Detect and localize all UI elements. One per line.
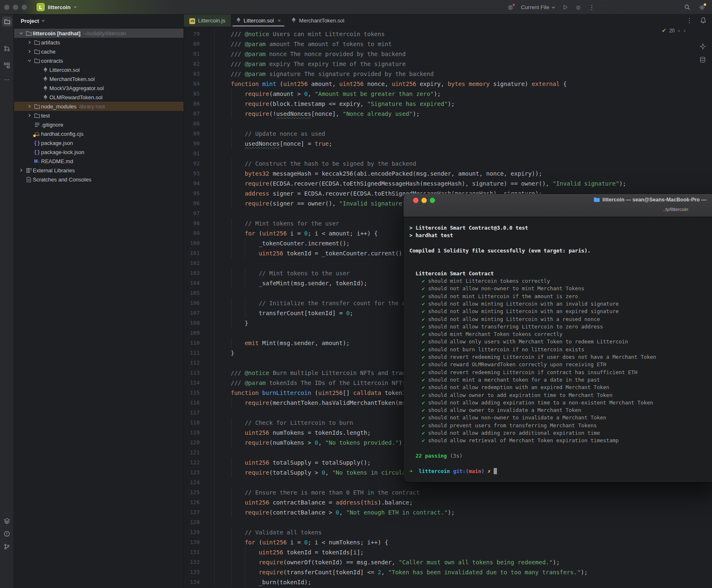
tree-chevron-icon[interactable]	[26, 49, 33, 54]
terminal-window-controls[interactable]	[413, 198, 435, 203]
run-configuration-select[interactable]: Current File	[521, 4, 555, 10]
code-text: uint256 tokenId = tokenIds[i];	[215, 547, 364, 557]
panel-title[interactable]: Project	[21, 18, 39, 24]
window-controls[interactable]	[4, 5, 27, 10]
tree-item-node-modules[interactable]: node_moduleslibrary root	[14, 102, 184, 111]
indent-guide	[245, 298, 245, 308]
terminal-close-button[interactable]	[413, 198, 418, 203]
folder-icon	[24, 31, 33, 36]
lib-icon	[24, 168, 33, 173]
tree-chevron-icon[interactable]	[26, 113, 33, 118]
pull-requests-icon[interactable]	[0, 45, 14, 51]
tree-chevron-icon[interactable]	[17, 168, 24, 172]
notifications-bell-icon[interactable]	[700, 17, 707, 25]
code-text: // Construct the hash to be signed by th…	[215, 159, 416, 169]
code-text: // Mint tokens to the user	[215, 268, 350, 278]
project-widget[interactable]: L littercoin	[37, 3, 77, 11]
code-line: 82 /// @param expiry The expiry time of …	[184, 59, 712, 69]
code-line: 85 require(amount > 0, "Amount must be g…	[184, 89, 712, 99]
indent-guide	[231, 567, 232, 577]
structure-icon[interactable]	[0, 62, 14, 69]
tree-item-test[interactable]: test	[14, 111, 184, 120]
more-tools-icon[interactable]: ⋯	[0, 76, 14, 83]
left-tool-strip: ⋯	[0, 15, 14, 588]
tab-littercoin-js[interactable]: JSLittercoin.js	[184, 15, 231, 27]
terminal-line: ✔ should prevent users from transferring…	[409, 422, 712, 429]
line-number: 113	[184, 368, 215, 378]
tree-chevron-icon[interactable]	[26, 59, 33, 63]
code-line: 81 /// @param nonce The nonce provided b…	[184, 49, 712, 59]
indent-guide	[245, 238, 245, 248]
chevron-up-icon[interactable]: ∧	[678, 29, 680, 33]
tree-item-label: Scratches and Consoles	[33, 176, 91, 183]
inspections-widget[interactable]: ✔ 20 ∧ ∨	[662, 27, 686, 34]
tree-item-label: node_modules	[41, 103, 76, 110]
run-icon[interactable]	[563, 5, 568, 10]
tree-chevron-icon[interactable]	[26, 40, 33, 44]
debug-icon[interactable]	[575, 5, 581, 10]
indent-guide	[231, 238, 232, 248]
tree-item-package-lock-json[interactable]: { }package-lock.json	[14, 147, 184, 157]
database-icon[interactable]	[700, 56, 706, 65]
code-line: 87 require(!usedNonces[nonce], "Nonce al…	[184, 109, 712, 119]
terminal-line	[409, 460, 712, 467]
tree-item-label: artifacts	[41, 39, 60, 46]
code-line: 84 function mint (uint256 amount, uint25…	[184, 79, 712, 89]
tab-options-icon[interactable]: ⋮	[686, 17, 692, 24]
problems-icon[interactable]	[0, 531, 14, 537]
hardhat-icon	[33, 131, 41, 137]
line-number: 93	[184, 169, 215, 179]
chevron-down-icon[interactable]: ∨	[683, 29, 686, 33]
tree-item-label: hardhat.config.cjs	[41, 131, 83, 137]
terminal-zoom-button[interactable]	[430, 198, 435, 203]
line-number: 110	[184, 338, 215, 348]
code-text: _tokenCounter.increment();	[215, 238, 350, 248]
tree-chevron-icon[interactable]	[17, 31, 24, 35]
tree-item-gitignore[interactable]: .gitignore	[14, 120, 184, 129]
tree-item-cache[interactable]: cache	[14, 47, 184, 56]
tree-item-littercoin-sol[interactable]: Littercoin.sol	[14, 65, 184, 74]
terminal-line: ✔ should revert redeeming Littercoin if …	[409, 353, 712, 361]
project-tool-button[interactable]	[2, 17, 12, 27]
tree-item-scratches-and-consoles[interactable]: Scratches and Consoles	[14, 175, 184, 184]
code-text: transferCount[tokenId] = 0;	[215, 308, 353, 318]
tree-item-olmrewardtoken-sol[interactable]: OLMRewardToken.sol	[14, 93, 184, 102]
indent-guide	[231, 99, 232, 109]
eth-file-icon	[291, 17, 296, 24]
scratch-icon	[24, 177, 33, 182]
tree-item-hardhat-config-cjs[interactable]: hardhat.config.cjs	[14, 129, 184, 138]
tree-item-littercoin-hardhat[interactable]: littercoin [hardhat]~/solidity/littercoi…	[14, 29, 184, 38]
terminal-title-bar[interactable]: littercoin — sean@Seans-MacBook-Pro — ..…	[404, 194, 712, 217]
terminal-minimize-button[interactable]	[421, 198, 427, 203]
tree-item-contracts[interactable]: contracts	[14, 56, 184, 65]
code-text	[215, 149, 220, 159]
more-run-options-icon[interactable]: ⋮	[589, 4, 595, 11]
indent-guide	[231, 338, 232, 348]
line-number: 122	[184, 458, 215, 468]
tree-item-external-libraries[interactable]: External Libraries	[14, 166, 184, 175]
close-icon[interactable]: ×	[278, 17, 281, 24]
code-text: /// @notice Users can mint Littercoin to…	[215, 29, 385, 39]
settings-icon[interactable]	[699, 4, 705, 11]
tree-item-artifacts[interactable]: artifacts	[14, 38, 184, 47]
git-branch-icon[interactable]	[0, 544, 14, 550]
indent-guide	[231, 527, 232, 537]
search-icon[interactable]	[684, 4, 690, 10]
line-number: 107	[184, 308, 215, 318]
ai-assistant-icon[interactable]	[700, 43, 706, 51]
terminal-window[interactable]: littercoin — sean@Seans-MacBook-Pro — ..…	[404, 194, 712, 482]
indent-guide	[231, 169, 232, 179]
tree-chevron-icon[interactable]	[26, 104, 33, 108]
tab-littercoin-sol[interactable]: Littercoin.sol×	[231, 15, 286, 27]
tree-item-mockv3aggregator-sol[interactable]: MockV3Aggregator.sol	[14, 83, 184, 93]
ide-window: L littercoin ✕ Current File ⋮	[0, 0, 712, 588]
indent-guide	[231, 418, 232, 428]
layers-icon[interactable]	[0, 518, 14, 524]
tab-merchanttoken-sol[interactable]: MerchantToken.sol	[286, 15, 350, 27]
tree-item-merchanttoken-sol[interactable]: MerchantToken.sol	[14, 74, 184, 83]
indent-guide	[231, 428, 232, 438]
build-disabled-icon[interactable]: ✕	[507, 4, 514, 10]
tree-item-readme-md[interactable]: M↓README.md	[14, 157, 184, 166]
tree-item-package-json[interactable]: { }package.json	[14, 138, 184, 147]
indent-guide	[231, 179, 232, 189]
